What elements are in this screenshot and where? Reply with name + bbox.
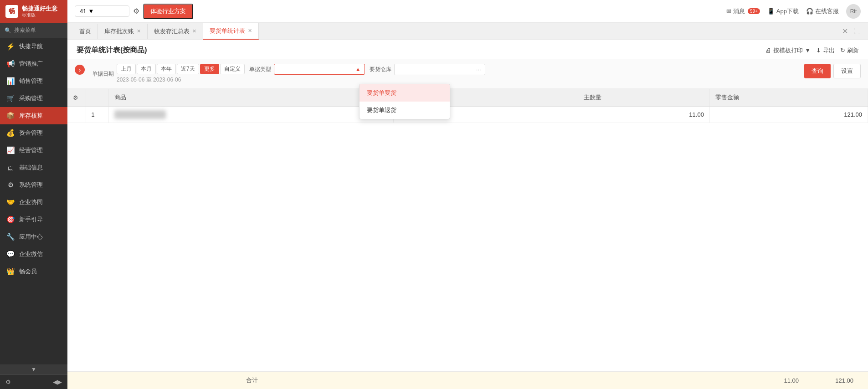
app-title: 畅捷通好生意 标准版	[22, 5, 57, 18]
messages-btn[interactable]: ✉ 消息 99+	[726, 7, 760, 15]
dropdown-item-requisition-order[interactable]: 要货单要货	[360, 84, 450, 102]
close-all-tabs-btn[interactable]: ✕	[838, 27, 852, 36]
table-area: ⚙ 商品 主计量单位 主数量 零售金额 1 ████████	[67, 89, 868, 371]
tab-expand-btn[interactable]: ⛶	[852, 27, 863, 36]
tab-label: 收发存汇总表	[154, 27, 190, 36]
footer-quantity: 11.00	[762, 377, 817, 384]
query-button[interactable]: 查询	[804, 64, 831, 78]
refresh-icon: ↻	[840, 47, 845, 54]
sidebar-menu: ⚡ 快捷导航 📢 营销推广 📊 销售管理 🛒 采购管理 📦 库存核算 💰 资金管…	[0, 38, 67, 364]
user-avatar[interactable]: Rit	[846, 4, 861, 19]
service-icon: 🎧	[806, 8, 813, 15]
type-filter: 单据类型 ▲	[249, 64, 365, 75]
sidebar-item-enterprise[interactable]: 🤝 企业协同	[0, 194, 67, 211]
app-download-label: App下载	[776, 7, 799, 15]
tab-close-icon[interactable]: ✕	[248, 28, 252, 34]
sidebar-item-inventory[interactable]: 📦 库存核算	[0, 107, 67, 124]
sidebar-item-marketing[interactable]: 📢 营销推广	[0, 55, 67, 72]
refresh-label: 刷新	[847, 46, 859, 55]
footer-amount: 121.00	[817, 377, 863, 384]
column-settings-icon[interactable]: ⚙	[73, 94, 78, 101]
print-icon: 🖨	[765, 47, 771, 54]
store-selector[interactable]: 41 ▼	[75, 5, 129, 17]
sidebar-item-wechat[interactable]: 💬 企业微信	[0, 246, 67, 263]
app-download-btn[interactable]: 📱 App下载	[767, 7, 799, 15]
app-logo: 畅	[5, 5, 18, 18]
table-header-row: ⚙ 商品 主计量单位 主数量 零售金额	[67, 89, 868, 107]
th-quantity: 主数量	[578, 89, 710, 107]
sidebar-item-label: 营销推广	[19, 60, 43, 68]
sidebar-item-system[interactable]: ⚙ 系统管理	[0, 176, 67, 194]
filter-actions: 查询 设置	[804, 64, 861, 78]
tab-label: 要货单统计表	[210, 27, 245, 35]
th-index	[86, 89, 108, 107]
online-service-btn[interactable]: 🎧 在线客服	[806, 7, 839, 15]
sidebar-item-label: 畅会员	[19, 267, 37, 276]
tab-collect-summary[interactable]: 收发存汇总表 ✕	[148, 24, 203, 39]
td-product: ████████	[108, 107, 393, 123]
collapse-icon[interactable]: ◀▶	[53, 379, 62, 385]
th-amount: 零售金额	[709, 89, 868, 107]
tab-requisition-stats[interactable]: 要货单统计表 ✕	[203, 23, 259, 40]
type-selector[interactable]: ▲	[274, 64, 365, 75]
wechat-icon: 💬	[6, 250, 15, 258]
sidebar-item-quick-nav[interactable]: ⚡ 快捷导航	[0, 38, 67, 55]
quick-nav-icon: ⚡	[6, 42, 15, 51]
sidebar-item-basic[interactable]: 🗂 基础信息	[0, 159, 67, 176]
date-btn-custom[interactable]: 自定义	[220, 64, 245, 74]
purchase-icon: 🛒	[6, 94, 15, 102]
basic-icon: 🗂	[6, 164, 15, 172]
sidebar-scroll-down[interactable]: ▼	[0, 364, 67, 374]
industry-btn[interactable]: 体验行业方案	[143, 4, 193, 19]
sidebar-item-finance[interactable]: 💰 资金管理	[0, 124, 67, 142]
tab-home[interactable]: 首页	[73, 24, 98, 39]
sidebar-item-label: 基础信息	[19, 164, 43, 172]
sidebar-item-purchase[interactable]: 🛒 采购管理	[0, 90, 67, 107]
messages-badge: 99+	[748, 8, 760, 14]
export-btn[interactable]: ⬇ 导出	[816, 46, 835, 55]
warehouse-label: 要货仓库	[370, 66, 391, 73]
settings-gear-icon[interactable]: ⚙	[133, 7, 139, 15]
tab-batch-account[interactable]: 库存批次账 ✕	[98, 24, 148, 39]
sidebar: 畅 畅捷通好生意 标准版 🔍 搜索菜单 ⚡ 快捷导航 📢 营销推广 📊 销售管理…	[0, 0, 67, 389]
sidebar-item-label: 新手引导	[19, 215, 43, 224]
sidebar-item-guide[interactable]: 🎯 新手引导	[0, 211, 67, 228]
sidebar-header: 畅 畅捷通好生意 标准版	[0, 0, 67, 23]
th-settings[interactable]: ⚙	[67, 89, 86, 107]
sidebar-item-appstore[interactable]: 🔧 应用中心	[0, 228, 67, 246]
sidebar-search[interactable]: 🔍 搜索菜单	[0, 23, 67, 38]
search-icon: 🔍	[5, 27, 11, 34]
print-template-btn[interactable]: 🖨 按模板打印 ▼	[765, 46, 811, 55]
warehouse-filter: 要货仓库 ···	[370, 64, 485, 75]
topbar-left: 41 ▼ ⚙ 体验行业方案	[75, 4, 721, 19]
date-btn-last-month[interactable]: 上月	[117, 64, 136, 74]
topbar-right: ✉ 消息 99+ 📱 App下载 🎧 在线客服 Rit	[726, 4, 861, 19]
tab-close-icon[interactable]: ✕	[192, 28, 196, 34]
sidebar-item-label: 库存核算	[19, 112, 43, 120]
system-icon: ⚙	[6, 181, 15, 189]
sidebar-item-sales[interactable]: 📊 销售管理	[0, 72, 67, 90]
warehouse-selector[interactable]: ···	[394, 64, 485, 75]
date-btn-this-year[interactable]: 本年	[157, 64, 176, 74]
export-icon: ⬇	[816, 47, 821, 54]
dropdown-item-requisition-return[interactable]: 要货单退货	[360, 102, 450, 119]
settings-button[interactable]: 设置	[833, 64, 861, 78]
td-index: 1	[86, 107, 108, 123]
operation-icon: 📈	[6, 146, 15, 154]
refresh-btn[interactable]: ↻ 刷新	[840, 46, 859, 55]
sidebar-item-operation[interactable]: 📈 经营管理	[0, 142, 67, 159]
tab-close-icon[interactable]: ✕	[137, 28, 141, 34]
sidebar-item-member[interactable]: 👑 畅会员	[0, 263, 67, 280]
filter-toggle-btn[interactable]: ›	[75, 65, 85, 75]
footer-label: 合计	[137, 376, 258, 384]
date-btn-more[interactable]: 更多	[200, 64, 219, 74]
date-btn-last-7days[interactable]: 近7天	[177, 64, 199, 74]
appstore-icon: 🔧	[6, 233, 15, 241]
tab-bar: 首页 库存批次账 ✕ 收发存汇总表 ✕ 要货单统计表 ✕ ✕ ⛶	[67, 23, 868, 40]
settings-icon[interactable]: ⚙	[5, 379, 11, 385]
date-btn-this-month[interactable]: 本月	[137, 64, 156, 74]
type-dropdown: 要货单要货 要货单退货	[359, 84, 450, 119]
topbar: 41 ▼ ⚙ 体验行业方案 ✉ 消息 99+ 📱 App下载 🎧 在线客服 Ri…	[67, 0, 868, 23]
sidebar-item-label: 快捷导航	[19, 42, 43, 51]
date-filter: 单据日期 上月 本月 本年 近7天 更多 自定义 2023-05-06 至 20…	[92, 64, 245, 84]
